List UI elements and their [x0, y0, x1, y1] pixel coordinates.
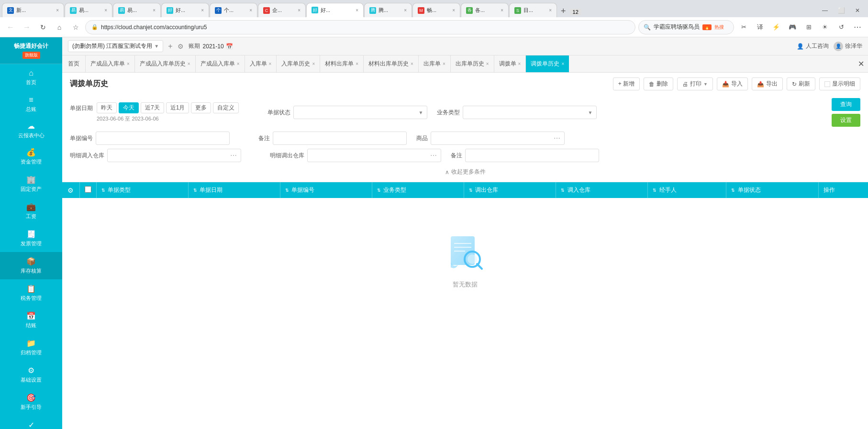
date-btn-custom[interactable]: 自定义	[213, 102, 239, 113]
company-settings-button[interactable]: ⚙	[178, 43, 184, 50]
new-tab-button[interactable]: +	[557, 6, 570, 16]
tab-product-in2[interactable]: 产成品入库单 ×	[196, 55, 245, 73]
extension-icon-3[interactable]: ⊞	[802, 21, 815, 34]
print-dropdown-icon[interactable]: ▼	[703, 82, 708, 87]
goods-more-icon[interactable]: ⋯	[554, 134, 560, 142]
th-checkbox[interactable]	[79, 182, 96, 198]
extension-icon-1[interactable]: ⚡	[769, 21, 783, 34]
sidebar-item-fund[interactable]: 💰 资金管理	[0, 143, 62, 170]
th-doc-no[interactable]: ⇅ 单据编号	[280, 182, 372, 198]
company-selector[interactable]: (勿删勿禁用) 江西服宝测试专用 ▼	[68, 40, 163, 52]
th-in-warehouse[interactable]: ⇅ 调入仓库	[556, 182, 648, 198]
tab-transfer[interactable]: 调拨单 ×	[494, 55, 526, 73]
browser-tab-1[interactable]: 文 新... ×	[2, 3, 64, 17]
tab-close-9[interactable]: ×	[486, 61, 489, 66]
tab-product-in-history[interactable]: 产成品入库单历史 ×	[135, 55, 196, 73]
sidebar-item-ledger[interactable]: ≡ 总账	[0, 91, 62, 118]
sidebar-item-asset[interactable]: 🏢 固定资产	[0, 170, 62, 198]
date-btn-more[interactable]: 更多	[191, 102, 211, 113]
refresh-page-button[interactable]: ↻ 刷新	[787, 77, 815, 90]
sidebar-item-wage[interactable]: 💼 工资	[0, 198, 62, 225]
th-doc-date[interactable]: ⇅ 单据日期	[188, 182, 280, 198]
date-btn-7days[interactable]: 近7天	[141, 102, 164, 113]
sidebar-item-guide[interactable]: 🎯 新手引导	[0, 388, 62, 416]
display-detail-button[interactable]: 显示明细	[819, 77, 860, 90]
th-doc-status[interactable]: ⇅ 单据状态	[726, 182, 818, 198]
tab-transfer-history[interactable]: 调拨单历史 ×	[526, 55, 569, 73]
scissors-icon[interactable]: ✂	[737, 21, 750, 34]
search-button[interactable]: 查询	[832, 98, 860, 111]
tab-close-4[interactable]: ×	[269, 61, 272, 66]
sidebar-item-home[interactable]: ⌂ 首页	[0, 64, 62, 91]
th-out-warehouse[interactable]: ⇅ 调出仓库	[464, 182, 556, 198]
sidebar-item-invoice[interactable]: 🧾 发票管理	[0, 225, 62, 252]
browser-tab-10[interactable]: 各 各... ×	[461, 3, 509, 17]
status-select[interactable]: ▼	[293, 106, 427, 119]
extension-icon-2[interactable]: 🎮	[786, 21, 799, 34]
maximize-button[interactable]: ⬜	[835, 6, 848, 15]
refresh-browser-button[interactable]: ↻	[36, 21, 50, 34]
sidebar-item-report[interactable]: ☁ 云报表中心	[0, 118, 62, 143]
tab-close-11[interactable]: ×	[561, 61, 564, 66]
back-button[interactable]: ←	[4, 21, 17, 34]
browser-search-bar[interactable]: 🔍 学霸应聘场驱鸟员 🔥 热搜	[638, 20, 734, 34]
tab-close-8[interactable]: ×	[443, 61, 445, 66]
sidebar-item-inventory[interactable]: 📦 库存核算	[0, 252, 62, 279]
tab-close-10[interactable]: ×	[518, 61, 521, 66]
browser-tab-7[interactable]: 好 好... ×	[306, 3, 364, 17]
remark2-input[interactable]	[465, 149, 599, 162]
print-button[interactable]: 🖨 打印 ▼	[677, 77, 713, 90]
th-biz-type[interactable]: ⇅ 业务类型	[372, 182, 464, 198]
tab-material-out[interactable]: 材料出库单 ×	[320, 55, 364, 73]
tab-close-2[interactable]: ×	[188, 61, 190, 66]
tab-out-history[interactable]: 出库单历史 ×	[451, 55, 494, 73]
sidebar-item-close[interactable]: 📅 结账	[0, 307, 62, 334]
address-bar[interactable]: 🔒 https://cloud.chanjet.com/accounting/u…	[85, 20, 635, 34]
minimize-button[interactable]: —	[818, 6, 832, 15]
sidebar-item-settings[interactable]: ⚙ 基础设置	[0, 361, 62, 388]
collapse-button[interactable]: ∧ 收起更多条件	[70, 166, 860, 178]
extension-icon-4[interactable]: ☀	[818, 21, 832, 34]
browser-tab-6[interactable]: C 企... ×	[258, 3, 306, 17]
tab-close-3[interactable]: ×	[237, 61, 240, 66]
th-settings[interactable]: ⚙	[62, 182, 79, 198]
doc-no-input[interactable]	[96, 132, 230, 145]
translate-icon[interactable]: 译	[753, 21, 767, 34]
tab-product-in[interactable]: 产成品入库单 ×	[86, 55, 135, 73]
detail-in-container[interactable]: ⋯	[107, 149, 241, 162]
table-settings-icon[interactable]: ⚙	[67, 187, 74, 194]
browser-tab-11[interactable]: S 目... ×	[509, 3, 557, 17]
sidebar-item-member[interactable]: ✓ 畅会员	[0, 416, 62, 429]
detail-out-container[interactable]: ⋯	[307, 149, 441, 162]
tab-close-7[interactable]: ×	[411, 61, 413, 66]
date-btn-yesterday[interactable]: 昨天	[97, 102, 117, 113]
detail-out-more-icon[interactable]: ⋯	[430, 152, 437, 159]
browser-tab-8[interactable]: 腾 腾... ×	[364, 3, 412, 17]
tab-material-out-history[interactable]: 材料出库单历史 ×	[364, 55, 419, 73]
tab-home[interactable]: 首页	[62, 55, 86, 73]
browser-tab-5[interactable]: 个 个... ×	[210, 3, 257, 17]
user-info[interactable]: 👤 徐泽华	[834, 42, 862, 51]
close-all-tabs-button[interactable]: ✕	[854, 59, 868, 68]
import-button[interactable]: 📥 导入	[717, 77, 748, 90]
date-btn-1month[interactable]: 近1月	[166, 102, 189, 113]
tab-close-6[interactable]: ×	[356, 61, 358, 66]
select-all-checkbox[interactable]	[85, 186, 91, 193]
tab-count-badge[interactable]: 12	[570, 9, 581, 15]
delete-button[interactable]: 🗑 删除	[644, 77, 673, 90]
support-button[interactable]: 👤 人工咨询	[797, 42, 829, 50]
bookmark-button[interactable]: ☆	[69, 21, 82, 34]
new-button[interactable]: + 新增	[613, 77, 640, 90]
period-selector[interactable]: 2021-10 📅	[203, 43, 233, 50]
tab-in-history[interactable]: 入库单历史 ×	[277, 55, 320, 73]
sidebar-item-tax[interactable]: 📋 税务管理	[0, 279, 62, 307]
goods-input-container[interactable]: ⋯	[431, 132, 565, 145]
th-operator[interactable]: ⇅ 经手人	[648, 182, 726, 198]
menu-icon[interactable]: ⋯	[851, 21, 864, 34]
browser-tab-2[interactable]: 易 易... ×	[65, 3, 112, 17]
filter-settings-button[interactable]: 设置	[832, 114, 860, 127]
tab-close-5[interactable]: ×	[312, 61, 315, 66]
browser-tab-3[interactable]: 易 易... ×	[113, 3, 161, 17]
tab-out[interactable]: 出库单 ×	[419, 55, 451, 73]
remark-input[interactable]	[273, 132, 407, 145]
